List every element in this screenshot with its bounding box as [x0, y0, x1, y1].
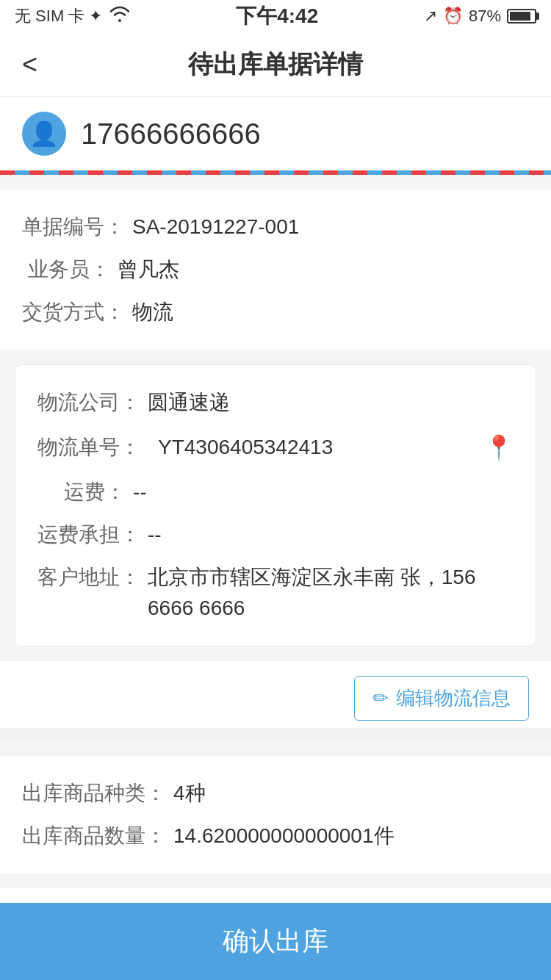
- delivery-label: 交货方式：: [22, 297, 125, 328]
- time-display: 下午4:42: [236, 2, 318, 30]
- edit-btn-label: 编辑物流信息: [396, 685, 511, 711]
- doc-number-row: 单据编号： SA-20191227-001: [22, 212, 529, 242]
- freight-label: 运费：: [37, 477, 126, 508]
- logistics-company-value: 圆通速递: [148, 387, 514, 418]
- item-type-value: 4种: [173, 778, 529, 809]
- tracking-value: YT43064053424​13: [158, 432, 474, 463]
- tracking-label: 物流单号：: [37, 432, 140, 463]
- edit-icon: ✏: [372, 687, 389, 710]
- item-type-label: 出库商品种类：: [22, 778, 166, 809]
- map-pin-icon[interactable]: 📍: [484, 430, 514, 465]
- status-bar: 无 SIM 卡 ✦ 下午4:42 ↗ ⏰ 87%: [0, 0, 551, 32]
- battery-icon: [507, 9, 536, 24]
- dashed-divider: [0, 170, 551, 175]
- tracking-row: 物流单号： YT43064053424​13 📍: [37, 430, 514, 465]
- confirm-outbound-button[interactable]: 确认出库: [223, 923, 328, 959]
- customer-header: 👤 17666666666: [0, 97, 551, 170]
- address-label: 客户地址：: [37, 562, 140, 593]
- item-type-row: 出库商品种类： 4种: [22, 778, 529, 809]
- location-status-icon: ↗: [424, 7, 437, 26]
- freight-bearer-value: --: [148, 519, 514, 550]
- staff-value: 曾凡杰: [118, 254, 529, 285]
- item-quantity-value: 14.620000000000001件: [173, 821, 529, 851]
- status-left: 无 SIM 卡 ✦: [15, 5, 130, 27]
- freight-bearer-label: 运费承担：: [37, 519, 140, 550]
- avatar: 👤: [22, 112, 66, 156]
- delivery-value: 物流: [132, 297, 529, 328]
- staff-row: 业务员： 曾凡杰: [22, 254, 529, 285]
- edit-logistics-button[interactable]: ✏ 编辑物流信息: [354, 676, 529, 721]
- wifi-icon: [109, 6, 130, 26]
- doc-info-section: 单据编号： SA-20191227-001 业务员： 曾凡杰 交货方式： 物流: [0, 190, 551, 350]
- address-value: 北京市市辖区海淀区永丰南 张，156 6666 6666: [148, 562, 514, 624]
- sim-label: 无 SIM 卡 ✦: [15, 5, 102, 27]
- edit-btn-row: ✏ 编辑物流信息: [0, 661, 551, 728]
- nav-bar: < 待出库单据详情: [0, 32, 551, 97]
- section-divider-1: [0, 728, 551, 741]
- logistics-company-row: 物流公司： 圆通速递: [37, 387, 514, 418]
- staff-label: 业务员：: [22, 254, 110, 285]
- avatar-icon: 👤: [29, 120, 59, 148]
- logistics-card: 物流公司： 圆通速递 物流单号： YT43064053424​13 📍 运费： …: [15, 364, 536, 646]
- stats-section: 出库商品种类： 4种 出库商品数量： 14.620000000000001件: [0, 756, 551, 873]
- status-right: ↗ ⏰ 87%: [424, 7, 536, 26]
- delivery-row: 交货方式： 物流: [22, 297, 529, 328]
- doc-number-label: 单据编号：: [22, 212, 125, 242]
- customer-phone: 17666666666: [81, 118, 261, 151]
- alarm-icon: ⏰: [443, 7, 463, 26]
- item-quantity-row: 出库商品数量： 14.620000000000001件: [22, 821, 529, 851]
- address-row: 客户地址： 北京市市辖区海淀区永丰南 张，156 6666 6666: [37, 562, 514, 624]
- confirm-btn-container: 确认出库: [0, 903, 551, 980]
- freight-value: --: [133, 477, 514, 508]
- battery-percent: 87%: [469, 7, 501, 26]
- page-title: 待出库单据详情: [188, 48, 363, 82]
- item-quantity-label: 出库商品数量：: [22, 821, 166, 851]
- logistics-company-label: 物流公司：: [37, 387, 140, 418]
- freight-bearer-row: 运费承担： --: [37, 519, 514, 550]
- freight-row: 运费： --: [37, 477, 514, 508]
- back-button[interactable]: <: [15, 42, 45, 87]
- doc-number-value: SA-20191227-001: [132, 212, 529, 242]
